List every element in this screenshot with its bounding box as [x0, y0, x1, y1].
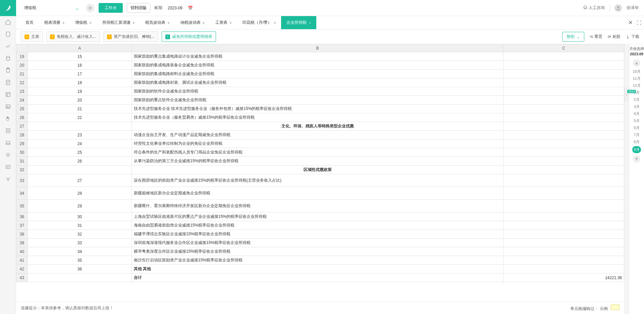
month-item[interactable]: 7月	[629, 131, 644, 138]
close-icon[interactable]: ×	[309, 21, 311, 25]
row-header[interactable]: 25	[16, 105, 28, 113]
month-item[interactable]: 10月	[629, 68, 644, 75]
cell[interactable]: 25	[28, 148, 132, 157]
cell[interactable]: 36	[28, 265, 132, 273]
close-icon[interactable]: ×	[89, 21, 91, 25]
cell[interactable]	[503, 166, 624, 174]
nav-bag-icon[interactable]	[0, 52, 16, 64]
row-header[interactable]: 24	[16, 96, 28, 105]
cell[interactable]: 16	[28, 61, 132, 70]
cell[interactable]	[503, 212, 624, 221]
cell[interactable]: 14221.38	[503, 273, 624, 282]
cell[interactable]	[503, 148, 624, 157]
cell[interactable]: 24	[28, 139, 132, 148]
cell[interactable]: 国家鼓励的集成电路装备企业减免企业所得税	[132, 61, 503, 70]
cell[interactable]	[503, 78, 624, 87]
spreadsheet-grid[interactable]: A B C 1915国家鼓励的重点集成电路设计企业减免企业所得税2016国家鼓励…	[16, 44, 624, 302]
cell[interactable]: 27	[28, 174, 132, 187]
cell[interactable]	[503, 247, 624, 256]
nav-video-icon[interactable]	[0, 161, 16, 173]
cell[interactable]	[503, 122, 624, 131]
close-tab-icon[interactable]: ✕	[628, 19, 633, 26]
cell[interactable]: 34	[28, 247, 132, 256]
subtab[interactable]: ≡免税收入、减计收入...	[46, 32, 100, 42]
month-item[interactable]: 6月	[629, 124, 644, 131]
close-icon[interactable]: ×	[203, 21, 205, 25]
cell[interactable]: 28	[28, 187, 132, 200]
month-item[interactable]: 12月	[629, 82, 644, 89]
col-header-a[interactable]: A	[28, 45, 132, 52]
nav-clipboard-icon[interactable]	[0, 64, 16, 76]
tab-企业所得税[interactable]: 企业所得税×	[281, 16, 316, 29]
month-item[interactable]: 5月	[629, 117, 644, 124]
reset-button[interactable]: ⟲重置	[590, 34, 602, 40]
nav-template-icon[interactable]	[0, 88, 16, 101]
cell[interactable]	[503, 113, 624, 122]
row-header[interactable]: 21	[16, 70, 28, 78]
row-header[interactable]: 27	[16, 122, 28, 131]
workbench-button[interactable]: 工作台	[99, 3, 123, 13]
cell[interactable]	[503, 96, 624, 105]
close-icon[interactable]: ×	[167, 21, 169, 25]
cell[interactable]	[503, 70, 624, 78]
cell[interactable]: 经营性文化事业单位转制为企业的免征企业所得税	[132, 139, 503, 148]
cell[interactable]: 符合条件的生产和装配伤残人员专门用品企业免征企业所得税	[132, 148, 503, 157]
cell[interactable]: 上海自贸试验区临港新片区的重点产业企业减按15%的税率征收企业所得税	[132, 212, 503, 221]
row-header[interactable]: 32	[16, 166, 28, 174]
row-header[interactable]: 31	[16, 157, 28, 166]
cell[interactable]	[503, 105, 624, 113]
nav-image-icon[interactable]	[0, 101, 16, 113]
cell[interactable]	[503, 230, 624, 239]
month-down-button[interactable]: ▼	[633, 155, 640, 163]
cell[interactable]	[503, 131, 624, 139]
close-icon[interactable]: ×	[274, 21, 276, 25]
cell[interactable]: 17	[28, 70, 132, 78]
cell[interactable]: 29	[28, 200, 132, 212]
month-up-button[interactable]: ▲	[633, 59, 640, 67]
month-item[interactable]: 11月	[629, 75, 644, 82]
month-item[interactable]: 9月	[632, 146, 641, 153]
cell[interactable]: 国家鼓励的集成电路材料企业减免企业所得税	[132, 70, 503, 78]
tab-工资表[interactable]: 工资表×	[210, 16, 237, 29]
cell[interactable]: 横琴粤奥深度合作区企业减按15%税率征收企业所得税	[132, 247, 503, 256]
tab-纳税波动表[interactable]: 纳税波动表×	[175, 16, 210, 29]
nav-calc-icon[interactable]	[0, 76, 16, 88]
cell[interactable]	[503, 265, 624, 273]
subtab[interactable]: ≡减免所得税优惠明细表	[162, 32, 216, 42]
row-header[interactable]: 26	[16, 113, 28, 122]
row-header[interactable]: 34	[16, 187, 28, 200]
row-header[interactable]: 29	[16, 139, 28, 148]
cell[interactable]	[503, 256, 624, 265]
cell[interactable]: 33	[28, 239, 132, 247]
nav-export-icon[interactable]	[0, 125, 16, 137]
subtab[interactable]: ≡资产加速折旧、摊销(...	[103, 32, 158, 42]
nav-hand-icon[interactable]	[0, 113, 16, 125]
cell[interactable]: 动漫企业自主开发、生产动漫产品定期减免企业所得税	[132, 131, 503, 139]
row-header[interactable]: 37	[16, 221, 28, 230]
cell[interactable]: 新疆困难地区新办企业定期减免企业所得税	[132, 187, 503, 200]
cell[interactable]: 30	[28, 212, 132, 221]
close-icon[interactable]: ×	[132, 21, 135, 25]
nav-settings-icon[interactable]	[0, 149, 16, 161]
nav-v-icon[interactable]	[0, 173, 16, 185]
cell[interactable]: 新疆喀什、霍尔果斯特殊经济开发区新办企业定期免征企业所得税	[132, 200, 503, 212]
download-button[interactable]: ⭳下载	[626, 34, 639, 40]
cell[interactable]: 其他 其他	[132, 265, 503, 273]
cell[interactable]: 22	[28, 113, 132, 122]
row-header[interactable]: 28	[16, 131, 28, 139]
tab-增值税[interactable]: 增值税×	[70, 16, 97, 29]
cell[interactable]: 福建平潭综合实验区企业减按15%税率征收企业所得税	[132, 230, 503, 239]
cell[interactable]: 国家鼓励的重点集成电路设计企业减免企业所得税	[132, 52, 503, 61]
cell[interactable]: 海南自由贸易港鼓励类企业减按15%税率征收企业所得税	[132, 221, 503, 230]
cell[interactable]	[28, 273, 132, 282]
row-header[interactable]: 40	[16, 247, 28, 256]
cell[interactable]	[503, 157, 624, 166]
cell[interactable]: 26	[28, 157, 132, 166]
month-item[interactable]: 8月	[629, 138, 644, 145]
close-icon[interactable]: ×	[62, 21, 64, 25]
row-header[interactable]: 20	[16, 61, 28, 70]
tab-税负波动表[interactable]: 税负波动表×	[140, 16, 175, 29]
cell[interactable]: 35	[28, 256, 132, 265]
cell[interactable]: 国家鼓励的重点软件企业减免企业所得税	[132, 96, 503, 105]
cell[interactable]	[503, 52, 624, 61]
